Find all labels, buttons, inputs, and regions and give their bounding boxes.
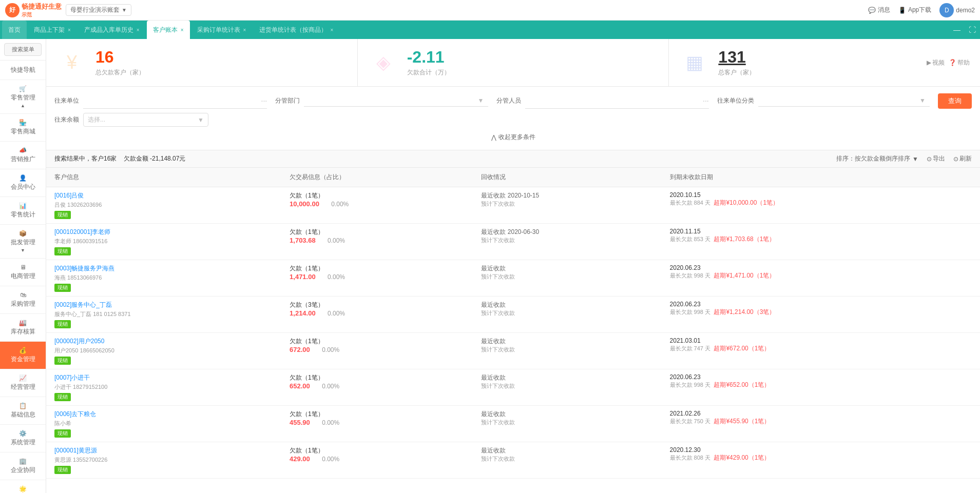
customer-name-link-4[interactable]: [000002]用户2050: [54, 337, 273, 346]
help-button[interactable]: ❓ 帮助: [949, 58, 970, 67]
sort-chevron-icon: ▼: [912, 155, 918, 163]
tab-minimize-button[interactable]: —: [951, 26, 963, 34]
manager-input[interactable]: [525, 95, 703, 106]
customer-name-link-6[interactable]: [0006]去下粮仓: [54, 410, 273, 419]
overdue-amount-7[interactable]: 超期¥429.00（1笔）: [714, 454, 770, 461]
cell-debt-0: 欠款（1笔） 10,000.00 0.00%: [281, 187, 473, 224]
overdue-amount-3[interactable]: 超期¥1,214.00（3笔）: [714, 308, 775, 315]
sidebar-item-operation[interactable]: 📈 经营管理: [0, 369, 46, 397]
customer-name-link-3[interactable]: [0002]服务中心_丁磊: [54, 301, 273, 309]
tab-product-history-close[interactable]: ×: [137, 27, 140, 33]
customer-name-link-7[interactable]: [000001]黄思源: [54, 446, 273, 455]
cell-collect-6: 最近收款 预计下次收款: [473, 406, 661, 442]
customer-name-link-2[interactable]: [0003]畅捷服务尹海燕: [54, 264, 273, 273]
sidebar-item-newbie[interactable]: 🌟 新手引导: [0, 480, 46, 493]
owed-customers-icon: ¥: [56, 47, 87, 78]
owed-amount-info: -2.11 欠款合计（万）: [407, 48, 450, 77]
overdue-row-1: 最长欠款 853 天 超期¥1,703.68（1笔）: [670, 235, 972, 244]
sidebar-item-retail-mall[interactable]: 🏪 零售商城: [0, 114, 46, 142]
tab-purchase-stats[interactable]: 进货单统计表（按商品） ×: [253, 21, 339, 39]
overdue-amount-0[interactable]: 超期¥10,000.00（1笔）: [714, 199, 779, 206]
collect-next-6: 预计下次收款: [481, 419, 653, 426]
overdue-amount-6[interactable]: 超期¥455.90（1笔）: [714, 418, 770, 425]
balance-select[interactable]: 选择... ▼: [83, 113, 208, 127]
debt-amount-0[interactable]: 10,000.00: [290, 200, 319, 208]
search-button[interactable]: 查询: [938, 93, 972, 109]
cell-collect-1: 最近收款 2020-06-30 预计下次收款: [473, 224, 661, 260]
tab-purchase-order[interactable]: 采购订单统计表 ×: [191, 21, 253, 39]
search-menu-button[interactable]: 搜索菜单: [4, 43, 42, 56]
tab-customer-account-close[interactable]: ×: [181, 27, 184, 33]
tab-home[interactable]: 首页: [2, 21, 27, 39]
tab-product-history[interactable]: 产成品入库单历史 ×: [78, 21, 146, 39]
overdue-amount-5[interactable]: 超期¥652.00（1笔）: [714, 381, 770, 388]
debt-amount-3[interactable]: 1,214.00: [290, 309, 316, 317]
sidebar-item-ecommerce[interactable]: 🖥 电商管理: [0, 259, 46, 286]
refresh-button[interactable]: ⊙ 刷新: [953, 154, 972, 163]
collect-date-4: 最近收款: [481, 337, 653, 346]
sidebar-item-inventory[interactable]: 🏭 库存核算: [0, 314, 46, 342]
corp-icon: 🏢: [19, 458, 27, 465]
sidebar-item-quick-nav[interactable]: 快捷导航: [0, 61, 46, 80]
debt-amount-1[interactable]: 1,703.68: [290, 236, 316, 244]
debt-amount-2[interactable]: 1,471.00: [290, 273, 316, 281]
tab-product-list-close[interactable]: ×: [68, 27, 71, 33]
sidebar-item-corp[interactable]: 🏢 企业协同: [0, 452, 46, 480]
overdue-row-5: 最长欠款 998 天 超期¥652.00（1笔）: [670, 381, 972, 389]
company-selector[interactable]: 母婴行业演示账套 ▼: [66, 4, 131, 16]
debt-amount-6[interactable]: 455.90: [290, 419, 310, 426]
overdue-amount-4[interactable]: 超期¥672.00（1笔）: [714, 345, 770, 352]
unit-category-label: 往来单位分类: [717, 96, 754, 105]
tab-bar-actions: — ⛶: [951, 21, 978, 39]
tab-customer-account[interactable]: 客户账本 ×: [147, 21, 190, 39]
sidebar-item-system[interactable]: ⚙️ 系统管理: [0, 425, 46, 452]
dept-select[interactable]: ▼: [304, 95, 488, 107]
sort-selector[interactable]: 排序：按欠款金额倒序排序 ▼: [836, 154, 918, 163]
debt-amount-5[interactable]: 652.00: [290, 382, 310, 390]
cell-debt-3: 欠款（3笔） 1,214.00 0.00%: [281, 297, 473, 333]
owed-customers-number: 16: [95, 48, 145, 66]
dept-label: 分管部门: [275, 96, 300, 105]
sidebar-item-member[interactable]: 👤 会员中心: [0, 169, 46, 197]
collect-date-1: 最近收款 2020-06-30: [481, 228, 653, 236]
customer-name-link-0[interactable]: [0016]吕俊: [54, 191, 273, 200]
cell-customer-0: [0016]吕俊 吕俊 13026203696 现销: [46, 187, 281, 224]
sidebar-item-retail[interactable]: 🛒 零售管理 ▲: [0, 80, 46, 114]
debt-amount-row-3: 1,214.00 0.00%: [290, 309, 465, 317]
overdue-days-5: 最长欠款 998 天: [670, 382, 713, 388]
from-unit-input[interactable]: [83, 95, 261, 106]
sidebar-item-marketing[interactable]: 📣 营销推广: [0, 142, 46, 169]
overdue-days-2: 最长欠款 998 天: [670, 272, 713, 279]
tab-purchase-order-label: 采购订单统计表: [197, 26, 240, 34]
due-date-6: 2021.02.26: [670, 410, 972, 417]
sidebar-item-batch[interactable]: 📦 批发管理 ▼: [0, 225, 46, 259]
export-button[interactable]: ⊙ 导出: [927, 154, 945, 163]
due-date-2: 2020.06.23: [670, 264, 972, 271]
manager-dots-icon[interactable]: ···: [703, 96, 709, 105]
overdue-amount-2[interactable]: 超期¥1,471.00（1笔）: [714, 272, 775, 279]
mall-icon: 🏪: [19, 119, 27, 126]
app-download-button[interactable]: 📱 App下载: [898, 6, 931, 14]
tab-purchase-order-close[interactable]: ×: [243, 27, 246, 33]
sidebar-item-purchase[interactable]: 🛍 采购管理: [0, 286, 46, 314]
debt-amount-7[interactable]: 429.00: [290, 455, 310, 463]
debt-amount-4[interactable]: 672.00: [290, 346, 310, 353]
collapse-button[interactable]: ⋀ 收起更多条件: [54, 131, 972, 144]
total-customers-info: 131 总客户（家）: [718, 48, 755, 77]
unit-category-select[interactable]: ▼: [758, 95, 930, 107]
sidebar-item-finance[interactable]: 💰 资金管理: [0, 342, 46, 369]
chevron-down-icon: ▼: [122, 7, 127, 13]
customer-name-link-5[interactable]: [0007]小进干: [54, 373, 273, 382]
overdue-amount-1[interactable]: 超期¥1,703.68（1笔）: [714, 235, 775, 243]
message-button[interactable]: 💬 消息: [868, 6, 890, 14]
from-unit-dots-icon[interactable]: ···: [261, 96, 267, 105]
user-menu[interactable]: D demo2: [939, 3, 975, 17]
sidebar-item-retail-stats[interactable]: 📊 零售统计: [0, 197, 46, 225]
tab-maximize-button[interactable]: ⛶: [967, 26, 978, 34]
tab-purchase-stats-close[interactable]: ×: [330, 27, 333, 33]
sidebar-item-basic[interactable]: 📋 基础信息: [0, 397, 46, 425]
debt-count-1: 欠款（1笔）: [290, 228, 465, 236]
video-button[interactable]: ▶ 视频: [927, 58, 945, 67]
tab-product-list[interactable]: 商品上下架 ×: [28, 21, 77, 39]
customer-name-link-1[interactable]: [0001020001]李老师: [54, 228, 273, 236]
